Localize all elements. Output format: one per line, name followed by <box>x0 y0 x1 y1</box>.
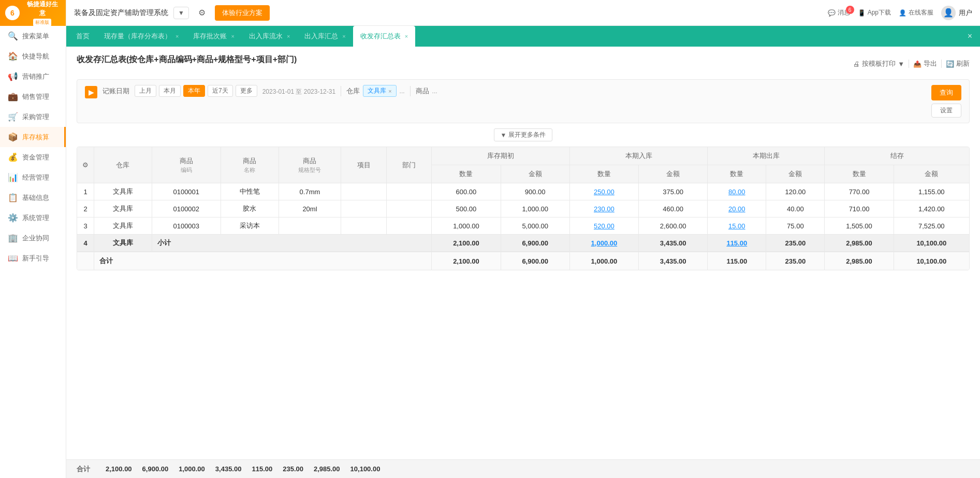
row-opening-qty: 600.00 <box>432 183 501 200</box>
page-content: 收发存汇总表(按仓库+商品编码+商品+规格型号+项目+部门) 🖨 按模板打印 ▼… <box>66 47 980 478</box>
message-badge: 6 <box>846 6 854 14</box>
tab-close-in_out_flow[interactable]: × <box>287 33 290 39</box>
row-out-qty[interactable]: 20.00 <box>708 200 766 218</box>
user-menu[interactable]: 👤 用户 <box>941 6 972 20</box>
row-warehouse: 文具库 <box>94 183 152 200</box>
sidebar-item-sales[interactable]: 💼销售管理 <box>0 86 66 107</box>
query-button[interactable]: 查询 <box>931 85 961 100</box>
th-dept: 部门 <box>386 147 431 183</box>
row-bal-qty: 770.00 <box>825 183 894 200</box>
tab-home[interactable]: 首页 <box>69 26 97 47</box>
filter-row: 记账日期 上月 本月 本年 近7天 更多 2023-01-01 至 2023-1… <box>103 85 926 97</box>
sidebar-item-search[interactable]: 🔍搜索菜单 <box>0 26 66 46</box>
th-opening-qty: 数量 <box>432 165 501 183</box>
system-dropdown[interactable]: ▼ <box>173 7 189 19</box>
tab-label-inventory_distribution: 现存量（库存分布表） <box>104 32 171 41</box>
sidebar-item-newbie[interactable]: 📖新手引导 <box>0 248 66 268</box>
sidebar-item-inventory[interactable]: 📦库存核算 <box>0 127 66 147</box>
filter-content: 记账日期 上月 本月 本年 近7天 更多 2023-01-01 至 2023-1… <box>103 85 926 97</box>
tab-collection_summary[interactable]: 收发存汇总表× <box>353 26 415 47</box>
tab-in_out_summary[interactable]: 出入库汇总× <box>297 26 353 47</box>
row-bal-amt: 7,525.00 <box>894 218 969 235</box>
system-name: 装备及固定资产辅助管理系统 <box>74 8 168 18</box>
bottom-bar: 合计 2,100.00 6,900.00 1,000.00 3,435.00 1… <box>66 459 980 478</box>
sidebar-label-finance: 资金管理 <box>22 153 49 162</box>
sidebar-item-purchase[interactable]: 🛒采购管理 <box>0 107 66 127</box>
goods-more[interactable]: ... <box>432 88 437 95</box>
sidebar-item-basic_info[interactable]: 📋基础信息 <box>0 187 66 208</box>
th-out-amt: 金额 <box>766 165 825 183</box>
date-btn-this-year[interactable]: 本年 <box>183 85 205 97</box>
tab-bar-close[interactable]: × <box>962 32 977 41</box>
sidebar-label-inventory: 库存核算 <box>22 133 49 142</box>
row-in-qty[interactable]: 250.00 <box>569 183 638 200</box>
row-out-amt: 40.00 <box>766 200 825 218</box>
bottom-bal-amt: 10,100.00 <box>350 465 381 473</box>
warehouse-tag-close[interactable]: × <box>388 88 391 94</box>
sidebar-item-system[interactable]: ⚙️系统管理 <box>0 208 66 228</box>
settings-icon[interactable]: ⚙ <box>194 5 210 21</box>
warehouse-more[interactable]: ... <box>400 88 405 95</box>
date-btn-this-month[interactable]: 本月 <box>159 85 181 97</box>
date-btn-more[interactable]: 更多 <box>236 85 257 97</box>
expand-label: 展开更多条件 <box>508 131 546 139</box>
row-name: 中性笔 <box>221 183 279 200</box>
tab-close-in_out_summary[interactable]: × <box>342 33 345 39</box>
row-in-qty[interactable]: 230.00 <box>569 200 638 218</box>
export-button[interactable]: 📤 导出 <box>913 59 937 68</box>
sub-out-qty: 115.00 <box>708 235 766 252</box>
row-in-qty[interactable]: 520.00 <box>569 218 638 235</box>
tab-inventory_distribution[interactable]: 现存量（库存分布表）× <box>97 26 186 47</box>
settings-button[interactable]: 设置 <box>931 104 961 118</box>
date-btn-prev-month[interactable]: 上月 <box>135 85 156 97</box>
warehouse-tag[interactable]: 文具库 × <box>363 85 396 97</box>
dropdown-arrow: ▼ <box>178 9 184 17</box>
online-service-action[interactable]: 👤 在线客服 <box>899 8 933 17</box>
sidebar-icon-quick_nav: 🏠 <box>8 51 18 61</box>
row-name: 采访本 <box>221 218 279 235</box>
filter-toggle[interactable]: ▶ <box>85 86 97 98</box>
sidebar-item-marketing[interactable]: 📢营销推广 <box>0 66 66 86</box>
tab-close-batch_ledger[interactable]: × <box>231 33 234 39</box>
row-out-qty[interactable]: 15.00 <box>708 218 766 235</box>
topbar-left: 装备及固定资产辅助管理系统 ▼ ⚙ 体验行业方案 <box>74 5 270 21</box>
expand-conditions-button[interactable]: ▼ 展开更多条件 <box>494 128 553 141</box>
sidebar-item-quick_nav[interactable]: 🏠快捷导航 <box>0 46 66 66</box>
row-opening-amt: 5,000.00 <box>501 218 569 235</box>
th-settings[interactable]: ⚙ <box>77 147 94 183</box>
print-button[interactable]: 🖨 按模板打印 ▼ <box>853 59 904 68</box>
sidebar-label-newbie: 新手引导 <box>22 254 49 263</box>
print-label: 按模板打印 <box>862 59 896 68</box>
refresh-button[interactable]: 🔄 刷新 <box>946 59 970 68</box>
sidebar-label-system: 系统管理 <box>22 213 49 223</box>
tab-in_out_flow[interactable]: 出入库流水× <box>242 26 297 47</box>
message-action[interactable]: 💬 消息 6 <box>828 8 850 17</box>
tab-close-inventory_distribution[interactable]: × <box>175 33 179 39</box>
row-in-amt: 375.00 <box>639 183 708 200</box>
trial-button[interactable]: 体验行业方案 <box>215 5 270 21</box>
row-no: 1 <box>77 183 94 200</box>
tab-batch_ledger[interactable]: 库存批次账× <box>186 26 241 47</box>
row-out-amt: 75.00 <box>766 218 825 235</box>
row-spec <box>279 218 341 235</box>
sidebar-item-enterprise[interactable]: 🏢企业协同 <box>0 228 66 248</box>
row-out-qty[interactable]: 80.00 <box>708 183 766 200</box>
date-btn-7days[interactable]: 近7天 <box>208 85 233 97</box>
tab-label-collection_summary: 收发存汇总表 <box>360 32 401 41</box>
message-icon: 💬 <box>828 9 836 17</box>
row-bal-amt: 1,420.00 <box>894 200 969 218</box>
sidebar-item-operations[interactable]: 📊经营管理 <box>0 167 66 187</box>
sub-no: 4 <box>77 235 94 252</box>
toolbar-sep-1 <box>909 60 909 68</box>
sidebar-label-sales: 销售管理 <box>22 92 49 102</box>
bottom-opening-amt: 6,900.00 <box>142 465 169 473</box>
tab-label-in_out_summary: 出入库汇总 <box>304 32 338 41</box>
app-download-action[interactable]: 📱 App下载 <box>858 8 891 17</box>
tab-close-collection_summary[interactable]: × <box>405 33 408 39</box>
logo-info: 畅捷通好生意 标准版 <box>24 0 61 26</box>
sidebar-item-finance[interactable]: 💰资金管理 <box>0 147 66 167</box>
total-opening-qty: 2,100.00 <box>432 252 501 270</box>
filter-bar: ▶ 记账日期 上月 本月 本年 近7天 更多 2023-01-01 至 2023… <box>77 79 970 123</box>
th-opening: 库存期初 <box>432 147 569 165</box>
sidebar-icon-newbie: 📖 <box>8 253 18 263</box>
